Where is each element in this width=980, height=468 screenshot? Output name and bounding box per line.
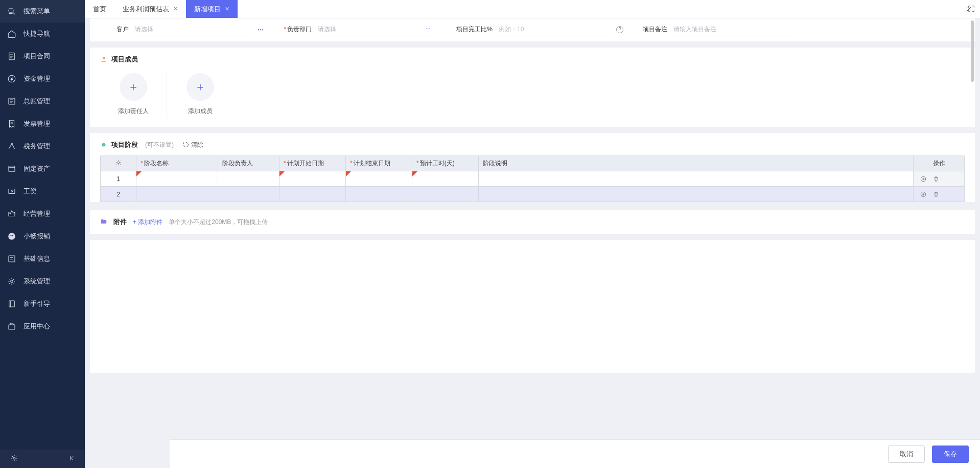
save-button[interactable]: 保存 [932,445,969,463]
sidebar-item-label: 项目合同 [24,52,50,61]
add-member-button[interactable]: ＋ [186,73,214,101]
sidebar-item-asset[interactable]: 固定资产 [0,158,85,180]
add-attachment-button[interactable]: + 添加附件 [133,218,162,227]
table-settings-button[interactable] [101,156,136,171]
sidebar-item-fund[interactable]: 资金管理 [0,68,85,90]
clear-stages-button[interactable]: 清除 [183,141,203,149]
salary-icon [7,187,16,196]
table-row: 1 [101,171,965,187]
cell-desc[interactable] [479,187,914,202]
content-scroll[interactable]: 客户 ⋯ *负责部门 ﹀ 项目完工比% ? 项目备注 [85,18,980,468]
cell-stage-owner[interactable] [218,171,279,187]
table-header-row: *阶段名称 阶段负责人 *计划开始日期 *计划结束日期 *预计工时(天) 阶段说… [101,156,965,171]
fullscreen-icon[interactable] [966,3,977,14]
col-ops: 操作 [914,156,965,171]
cell-desc[interactable] [479,171,914,187]
tab-bar: 首页 业务利润预估表 ✕ 新增项目 ✕ [85,0,980,18]
reimb-icon [7,232,16,241]
sidebar-item-quicknav[interactable]: 快捷导航 [0,23,85,45]
sidebar-item-label: 系统管理 [24,277,50,286]
sidebar-item-ledger[interactable]: 总账管理 [0,90,85,113]
add-row-icon[interactable] [918,175,929,182]
sidebar-item-salary[interactable]: 工资 [0,180,85,203]
section-title-members: 项目成员 [90,48,975,70]
cell-hours[interactable] [412,171,479,187]
cell-ops [914,187,965,202]
cell-end[interactable] [346,187,412,202]
settings-icon[interactable] [10,454,18,464]
sidebar-item-search[interactable]: 搜索菜单 [0,0,85,23]
cell-start[interactable] [279,171,346,187]
sidebar-item-invoice[interactable]: 发票管理 [0,113,85,135]
tab-profit-estimate[interactable]: 业务利润预估表 ✕ [114,0,186,18]
main: 首页 业务利润预估表 ✕ 新增项目 ✕ 客户 ⋯ *负责部门 [85,0,980,468]
delete-row-icon[interactable] [930,190,942,197]
money-icon [7,74,16,83]
tab-label: 首页 [93,5,106,14]
col-end: *计划结束日期 [346,156,412,171]
ledger-icon [7,97,16,106]
chevron-down-icon[interactable]: ﹀ [425,25,431,34]
department-select[interactable] [316,24,433,35]
doc-icon [7,52,16,61]
row-index: 1 [101,171,136,187]
tab-home[interactable]: 首页 [85,0,114,18]
col-desc: 阶段说明 [479,156,914,171]
home-icon [7,29,16,38]
svg-point-14 [103,57,105,59]
guide-icon [7,299,16,308]
footer: 取消 保存 [170,439,980,468]
field-remark: 项目备注 [639,24,794,35]
svg-point-4 [11,143,13,145]
customer-select[interactable] [133,24,250,35]
completion-input[interactable] [497,24,609,35]
form-row: 客户 ⋯ *负责部门 ﹀ 项目完工比% ? 项目备注 [90,18,975,41]
cell-hours[interactable] [412,187,479,202]
svg-point-16 [118,162,120,164]
cell-stage-name[interactable] [136,187,218,202]
sidebar-item-label: 经营管理 [24,209,50,218]
cell-stage-name[interactable] [136,171,218,187]
invoice-icon [7,119,16,128]
sidebar-item-guide[interactable]: 新手引导 [0,293,85,315]
svg-point-0 [9,8,13,13]
cell-stage-owner[interactable] [218,187,279,202]
sidebar-item-biz[interactable]: 经营管理 [0,203,85,225]
svg-rect-12 [9,325,15,329]
close-icon[interactable]: ✕ [225,6,229,12]
svg-rect-6 [9,189,15,194]
add-owner-button[interactable]: ＋ [120,73,147,101]
cancel-button[interactable]: 取消 [888,445,925,463]
panel-attachments: 附件 + 添加附件 单个大小不超过200MB，可拖拽上传 [90,210,975,234]
more-icon[interactable]: ⋯ [254,26,268,33]
cell-start[interactable] [279,187,346,202]
sidebar-item-label: 小畅报销 [24,232,50,241]
add-row-icon[interactable] [918,190,929,197]
help-icon[interactable]: ? [616,26,623,33]
title-text: 附件 [113,217,127,227]
sidebar-item-reimb[interactable]: 小畅报销 [0,225,85,248]
close-icon[interactable]: ✕ [173,6,178,12]
stages-table: *阶段名称 阶段负责人 *计划开始日期 *计划结束日期 *预计工时(天) 阶段说… [100,155,965,202]
tab-new-project[interactable]: 新增项目 ✕ [186,0,238,18]
scrollbar[interactable] [971,20,974,437]
info-icon [7,254,16,263]
sidebar-item-label: 快捷导航 [24,29,50,38]
remark-input[interactable] [671,24,794,35]
sidebar-item-system[interactable]: 系统管理 [0,270,85,293]
sidebar-item-tax[interactable]: 税务管理 [0,135,85,158]
sidebar-item-project-contract[interactable]: 项目合同 [0,45,85,68]
svg-rect-5 [9,166,15,172]
sidebar-item-label: 新手引导 [24,299,50,308]
label-completion: 项目完工比% [449,25,493,34]
add-owner-label: 添加责任人 [118,107,149,116]
delete-row-icon[interactable] [930,175,942,182]
sidebar-item-info[interactable]: 基础信息 [0,248,85,270]
title-hint: (可不设置) [145,141,174,149]
cell-end[interactable] [346,171,412,187]
svg-point-10 [11,280,13,283]
apps-icon [7,322,16,331]
collapse-icon[interactable] [68,454,77,464]
sidebar-item-apps[interactable]: 应用中心 [0,315,85,338]
label-customer: 客户 [100,25,129,34]
